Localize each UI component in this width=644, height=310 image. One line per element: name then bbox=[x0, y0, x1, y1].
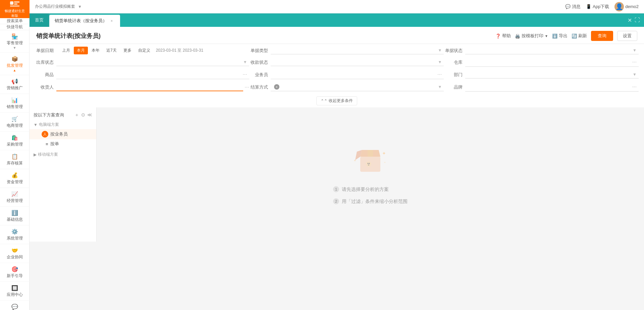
tree-item-by-salesperson[interactable]: 人 按业务员 bbox=[30, 129, 96, 139]
query-button[interactable]: 查询 bbox=[591, 31, 613, 41]
sidebar-logo: 畅捷通好生意 标版 bbox=[0, 0, 30, 18]
date-current-year-btn[interactable]: 本年 bbox=[89, 47, 103, 54]
goods-more-icon[interactable]: ··· bbox=[243, 71, 247, 78]
sidebar-item-marketing[interactable]: 📢 营销推广 bbox=[0, 75, 30, 94]
topbar-message[interactable]: 💬 消息 bbox=[565, 4, 581, 10]
doc-type-dropdown-icon: ▼ bbox=[438, 48, 442, 53]
filter-row-3: 商品 ··· 业务员 ··· 部门 bbox=[35, 70, 639, 79]
pc-expand-arrow[interactable]: ▼ bbox=[34, 122, 38, 127]
tab-close-icon[interactable]: × bbox=[109, 18, 114, 23]
department-select[interactable]: ▼ bbox=[465, 71, 639, 79]
message-label: 消息 bbox=[572, 4, 581, 10]
sidebar-item-finance[interactable]: 💰 资金管理 bbox=[0, 169, 30, 188]
sidebar-item-app-center[interactable]: 🔲 应用中心 bbox=[0, 282, 30, 301]
sidebar-item-wechat[interactable]: 💬 企业微信 bbox=[0, 301, 30, 310]
out-status-select[interactable]: ▼ bbox=[56, 58, 249, 66]
export-button[interactable]: ⬇️ 导出 bbox=[552, 33, 568, 39]
topbar-app-download[interactable]: 📱 App下载 bbox=[586, 4, 609, 10]
payment-method-dropdown-icon: ▼ bbox=[438, 85, 442, 89]
department-label: 部门 bbox=[444, 72, 463, 78]
sidebar-item-ecommerce[interactable]: 🛒 电商管理 bbox=[0, 113, 30, 132]
receiver-more-icon[interactable]: ··· bbox=[245, 84, 249, 90]
page-content: 销货单统计表(按业务员) ❓ 帮助 🖨️ 按模板打印 ▼ ⬇️ 导出 🔄 刷 bbox=[30, 27, 644, 310]
sidebar-item-purchase[interactable]: 🛍️ 采购管理 bbox=[0, 132, 30, 150]
tabbar-close-btn[interactable]: ✕ bbox=[628, 17, 632, 23]
tree-item-by-order[interactable]: ≡ 按单 bbox=[30, 139, 96, 149]
mobile-scheme-label: 移动端方案 bbox=[38, 152, 58, 157]
receipt-status-dropdown-icon: ▼ bbox=[438, 60, 442, 64]
help-button[interactable]: ❓ 帮助 bbox=[495, 33, 511, 39]
topbar-user[interactable]: 👤 demo2 bbox=[614, 2, 639, 11]
payment-method-select[interactable]: × ▼ bbox=[271, 83, 444, 91]
refresh-button[interactable]: 🔄 刷新 bbox=[572, 33, 587, 39]
collapse-button[interactable]: ⌃⌃ 收起更多条件 bbox=[316, 96, 357, 105]
retail-label: 零售管理 bbox=[7, 40, 23, 46]
date-recent7-btn[interactable]: 近7天 bbox=[103, 47, 120, 54]
print-icon: 🖨️ bbox=[515, 34, 520, 39]
empty-tip-1: 1 请先选择要分析的方案 bbox=[333, 185, 408, 194]
settings-scheme-icon[interactable]: ⊙ bbox=[81, 112, 85, 118]
sidebar-item-wholesale[interactable]: 📦 批发管理 ▲ bbox=[0, 53, 30, 75]
topbar: 办公用品行业模拟账套 ▼ 💬 消息 📱 App下载 👤 demo2 bbox=[30, 0, 644, 13]
salesperson-label: 业务员 bbox=[249, 72, 268, 78]
mobile-expand-arrow[interactable]: ▶ bbox=[34, 152, 37, 157]
user-name: demo2 bbox=[625, 4, 639, 9]
goods-select[interactable]: ··· bbox=[56, 70, 249, 79]
date-custom-btn[interactable]: 自定义 bbox=[135, 47, 153, 54]
salesperson-more-icon[interactable]: ··· bbox=[437, 71, 442, 78]
svg-point-12 bbox=[368, 163, 369, 164]
sidebar-item-sales[interactable]: 📊 销售管理 bbox=[0, 94, 30, 113]
warehouse-more-icon[interactable]: ··· bbox=[632, 59, 637, 65]
add-scheme-icon[interactable]: ＋ bbox=[74, 112, 79, 118]
filter-payment-method: 结算方式 × ▼ bbox=[249, 83, 444, 91]
tree-section-pc: ▼ 电脑端方案 bbox=[30, 120, 96, 129]
brand-select[interactable]: ··· bbox=[465, 83, 639, 92]
empty-illustration: ✦ ✦ ✦ bbox=[350, 143, 390, 178]
left-panel-header: 按以下方案查询 ＋ ⊙ ≪ bbox=[30, 110, 96, 120]
doc-status-select[interactable]: ▼ bbox=[465, 47, 639, 54]
collapse-up-icon: ⌃⌃ bbox=[321, 99, 327, 103]
brand-more-icon[interactable]: ··· bbox=[632, 84, 637, 90]
sidebar-item-inventory[interactable]: 📋 库存核算 bbox=[0, 150, 30, 169]
app-download-label: App下载 bbox=[593, 4, 609, 10]
empty-tips: 1 请先选择要分析的方案 2 用「过滤」条件来缩小分析范围 bbox=[333, 185, 408, 206]
filter-row-2: 出库状态 ▼ 收款状态 ▼ 仓库 bbox=[35, 58, 639, 67]
sidebar-search-menu[interactable]: 搜索菜单 bbox=[0, 18, 30, 24]
date-more-btn[interactable]: 更多 bbox=[120, 47, 135, 54]
sidebar-item-retail[interactable]: 🏪 零售管理 ▼ bbox=[0, 30, 30, 53]
settings-button[interactable]: 设置 bbox=[617, 31, 637, 41]
doc-status-dropdown-icon: ▼ bbox=[633, 48, 637, 53]
collapse-panel-icon[interactable]: ≪ bbox=[87, 112, 92, 118]
date-current-month-btn[interactable]: 本月 bbox=[74, 47, 88, 54]
warehouse-select[interactable]: ··· bbox=[465, 58, 639, 67]
marketing-label: 营销推广 bbox=[7, 85, 23, 91]
filter-out-status: 出库状态 ▼ bbox=[35, 58, 249, 66]
tab-home[interactable]: 首页 bbox=[30, 13, 49, 27]
filter-receipt-status: 收款状态 ▼ bbox=[249, 58, 444, 66]
sidebar-item-enterprise[interactable]: 🤝 企业协同 bbox=[0, 244, 30, 263]
active-item-label: 按业务员 bbox=[50, 131, 68, 137]
sidebar-item-basic-info[interactable]: ℹ️ 基础信息 bbox=[0, 207, 30, 225]
salesperson-select[interactable]: ··· bbox=[271, 70, 444, 79]
topbar-dropdown-icon[interactable]: ▼ bbox=[78, 4, 82, 9]
receipt-status-select[interactable]: ▼ bbox=[271, 58, 444, 66]
export-icon: ⬇️ bbox=[552, 34, 557, 39]
retail-icon: 🏪 bbox=[11, 33, 18, 40]
help-icon: ❓ bbox=[495, 34, 501, 39]
brand-label: 品牌 bbox=[444, 84, 463, 90]
doc-type-select[interactable]: ▼ bbox=[271, 47, 444, 54]
sidebar-quick-nav[interactable]: 快捷导航 bbox=[0, 24, 30, 30]
sidebar-item-system[interactable]: ⚙️ 系统管理 bbox=[0, 225, 30, 244]
date-prev-month-btn[interactable]: 上月 bbox=[59, 47, 73, 54]
left-panel-icons: ＋ ⊙ ≪ bbox=[74, 112, 92, 118]
sidebar-item-operations[interactable]: 📈 经营管理 bbox=[0, 188, 30, 207]
payment-method-clear-icon[interactable]: × bbox=[274, 84, 279, 90]
template-print-button[interactable]: 🖨️ 按模板打印 ▼ bbox=[515, 33, 548, 39]
tip-text-1: 请先选择要分析的方案 bbox=[342, 185, 389, 194]
sidebar-item-newbie[interactable]: 🎯 新手引导 bbox=[0, 263, 30, 282]
tab-sales-stats[interactable]: 销货单统计表（按业务员） × bbox=[49, 15, 120, 27]
collapse-label: 收起更多条件 bbox=[329, 98, 353, 104]
finance-icon: 💰 bbox=[11, 172, 18, 178]
receiver-input[interactable] bbox=[56, 83, 243, 91]
tabbar-fullscreen-btn[interactable]: ⛶ bbox=[635, 17, 640, 23]
